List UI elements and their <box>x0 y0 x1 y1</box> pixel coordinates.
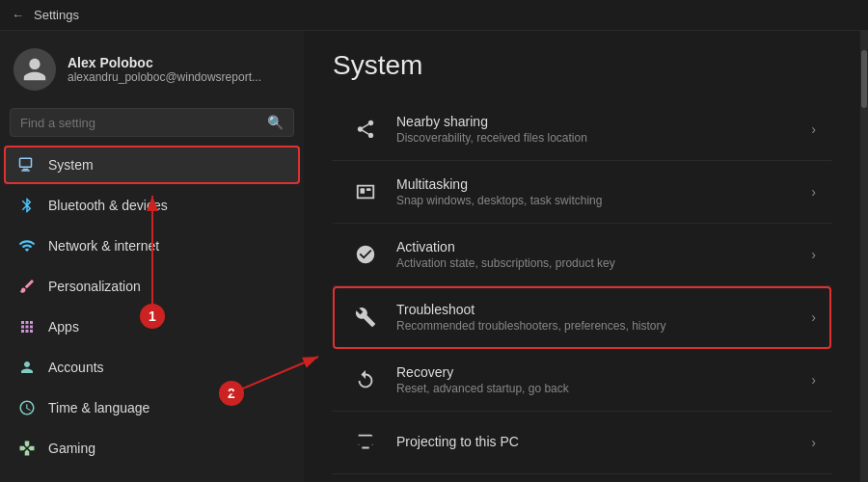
settings-item-activation[interactable]: Activation Activation state, subscriptio… <box>333 224 831 286</box>
activation-text: Activation Activation state, subscriptio… <box>396 239 811 270</box>
network-icon <box>17 236 37 255</box>
user-email: alexandru_poloboc@windowsreport... <box>68 70 261 84</box>
sidebar-item-personalization-label: Personalization <box>48 279 141 294</box>
activation-icon <box>348 237 383 272</box>
svg-rect-1 <box>23 169 29 171</box>
svg-rect-2 <box>21 170 30 172</box>
projecting-text: Projecting to this PC <box>396 434 811 451</box>
scrollbar-thumb[interactable] <box>861 50 867 108</box>
scrollbar-track[interactable] <box>860 31 868 482</box>
sidebar-item-time[interactable]: Time & language <box>4 388 300 427</box>
nearby-sharing-icon <box>348 112 383 147</box>
sidebar-item-system-label: System <box>48 157 94 173</box>
troubleshoot-icon <box>348 300 383 335</box>
sidebar-item-network-label: Network & internet <box>48 238 159 254</box>
svg-rect-3 <box>361 188 366 194</box>
recovery-icon <box>348 362 383 397</box>
svg-rect-0 <box>20 158 32 167</box>
search-input[interactable] <box>20 116 259 130</box>
system-icon <box>17 155 37 174</box>
activation-chevron: › <box>811 247 816 262</box>
search-icon: 🔍 <box>267 115 284 130</box>
settings-item-multitasking[interactable]: Multitasking Snap windows, desktops, tas… <box>333 161 831 224</box>
settings-item-nearby-sharing[interactable]: Nearby sharing Discoverability, received… <box>333 98 831 161</box>
sidebar-item-system[interactable]: System <box>4 146 300 184</box>
multitasking-text: Multitasking Snap windows, desktops, tas… <box>396 176 811 207</box>
multitasking-chevron: › <box>811 184 816 200</box>
troubleshoot-desc: Recommended troubleshooters, preferences… <box>396 319 811 333</box>
projecting-title: Projecting to this PC <box>396 434 811 449</box>
sidebar-item-accounts[interactable]: Accounts <box>4 348 300 387</box>
content-area: System Nearby sharing Discoverability, r… <box>304 31 860 482</box>
nearby-sharing-chevron: › <box>811 121 816 137</box>
user-name: Alex Poloboc <box>68 55 261 70</box>
svg-line-8 <box>304 357 318 393</box>
user-info: Alex Poloboc alexandru_poloboc@windowsre… <box>68 55 261 84</box>
multitasking-desc: Snap windows, desktops, task switching <box>396 194 811 207</box>
multitasking-title: Multitasking <box>396 176 811 192</box>
recovery-desc: Reset, advanced startup, go back <box>396 382 811 395</box>
recovery-chevron: › <box>811 372 816 388</box>
gaming-icon <box>17 439 37 458</box>
user-profile[interactable]: Alex Poloboc alexandru_poloboc@windowsre… <box>0 31 304 104</box>
projecting-icon <box>348 425 383 460</box>
page-title: System <box>333 50 831 81</box>
activation-desc: Activation state, subscriptions, product… <box>396 256 811 270</box>
sidebar-item-network[interactable]: Network & internet <box>4 227 300 265</box>
recovery-text: Recovery Reset, advanced startup, go bac… <box>396 364 811 395</box>
avatar <box>14 48 56 91</box>
accounts-icon <box>17 358 37 377</box>
settings-item-troubleshoot[interactable]: Troubleshoot Recommended troubleshooters… <box>333 286 831 349</box>
sidebar-item-personalization[interactable]: Personalization <box>4 267 300 306</box>
recovery-title: Recovery <box>396 364 811 380</box>
activation-title: Activation <box>396 239 811 254</box>
sidebar-item-bluetooth-label: Bluetooth & devices <box>48 198 168 213</box>
back-button[interactable]: ← <box>12 8 24 22</box>
apps-icon <box>17 317 37 336</box>
sidebar-item-bluetooth[interactable]: Bluetooth & devices <box>4 186 300 225</box>
projecting-chevron: › <box>811 435 816 450</box>
nearby-sharing-title: Nearby sharing <box>396 114 811 129</box>
settings-item-recovery[interactable]: Recovery Reset, advanced startup, go bac… <box>333 349 831 412</box>
nearby-sharing-text: Nearby sharing Discoverability, received… <box>396 114 811 145</box>
nearby-sharing-desc: Discoverability, received files location <box>396 131 811 145</box>
multitasking-icon <box>348 174 383 209</box>
troubleshoot-chevron: › <box>811 309 816 325</box>
settings-item-projecting[interactable]: Projecting to this PC › <box>333 412 831 474</box>
title-bar: ← Settings <box>0 0 868 31</box>
sidebar-item-accounts-label: Accounts <box>48 360 104 375</box>
bluetooth-icon <box>17 196 37 215</box>
main-layout: Alex Poloboc alexandru_poloboc@windowsre… <box>0 31 868 482</box>
svg-rect-4 <box>366 188 371 191</box>
search-box[interactable]: 🔍 <box>10 108 294 137</box>
title-bar-label: Settings <box>34 8 79 22</box>
troubleshoot-title: Troubleshoot <box>396 302 811 317</box>
sidebar: Alex Poloboc alexandru_poloboc@windowsre… <box>0 31 304 482</box>
time-icon <box>17 398 37 417</box>
sidebar-item-apps-label: Apps <box>48 319 79 335</box>
troubleshoot-text: Troubleshoot Recommended troubleshooters… <box>396 302 811 333</box>
sidebar-item-gaming-label: Gaming <box>48 441 95 456</box>
personalization-icon <box>17 277 37 296</box>
sidebar-item-gaming[interactable]: Gaming <box>4 429 300 468</box>
sidebar-item-time-label: Time & language <box>48 400 149 415</box>
